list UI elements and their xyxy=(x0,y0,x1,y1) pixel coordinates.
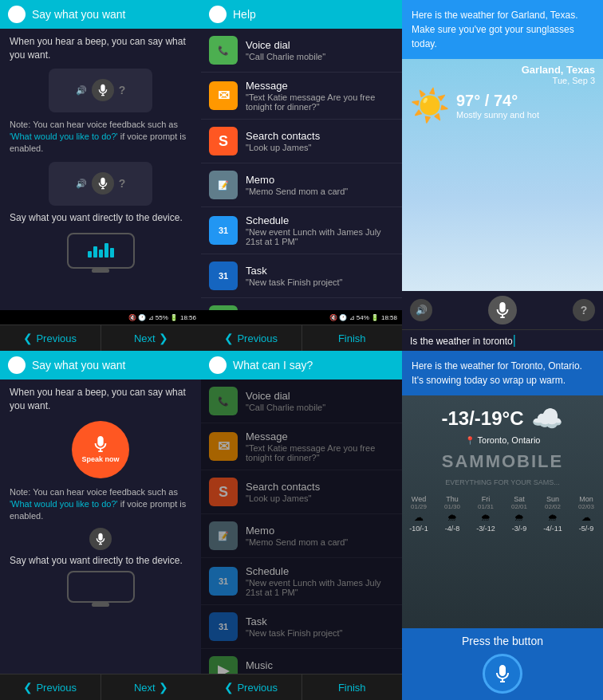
help-item-text-1: Message "Text Katie message Are you free… xyxy=(246,80,394,112)
panel-help-top-center: Help 📞 Voice dial "Call Charlie mobile" … xyxy=(201,0,402,351)
weather-main-p3: ☀️ 97° / 74° Mostly sunny and hot xyxy=(402,87,603,128)
help-list-p5: 📞 Voice dial "Call Charlie mobile" ✉ Mes… xyxy=(201,379,402,674)
prev-button-p5[interactable]: ❮ Previous xyxy=(201,674,302,700)
sammobile-tagline-text: EVERYTHING FOR YOUR SAMS... xyxy=(445,478,560,486)
help-item-3[interactable]: 📝 Memo "Memo Send mom a card" xyxy=(201,163,402,207)
help-item-text-3: Memo "Memo Send mom a card" xyxy=(246,174,348,196)
sammobile-text: SAMMOBILE xyxy=(442,451,563,471)
panel4-body3: Say what you want directly to the device… xyxy=(10,555,191,566)
status-time-p1: 18:56 xyxy=(180,314,196,321)
phone-device-p4 xyxy=(10,571,191,603)
next-label-p4: Next xyxy=(134,682,156,694)
weather-card-p3: Garland, Texas Tue, Sep 3 ☀️ 97° / 74° M… xyxy=(402,59,603,291)
chevron-left-p4: ❮ xyxy=(23,681,33,694)
finish-button-p2[interactable]: Finish xyxy=(302,325,403,351)
phone-device xyxy=(10,230,191,272)
panel-weather-toronto: Here is the weather for Toronto, Ontario… xyxy=(402,351,603,700)
help-item-title-3: Memo xyxy=(246,174,348,186)
winter-days-p6: Wed 01/29 ☁ -10/-1 Thu 01/30 🌧 -4/-8 Fri… xyxy=(402,493,603,535)
nav-bar-p4: ❮ Previous Next ❯ xyxy=(0,674,201,700)
finish-label-p5: Finish xyxy=(338,682,366,694)
help-item-subtitle-2: "Look up James" xyxy=(246,143,320,152)
loading-overlay-p5 xyxy=(201,379,402,674)
mic-toggle-p4 xyxy=(10,528,191,550)
help-item-text-0: Voice dial "Call Charlie mobile" xyxy=(246,39,325,61)
weather-temp-p3: 97° / 74° xyxy=(456,92,539,110)
status-time-p2: 18:58 xyxy=(381,314,397,321)
winter-day-3: Sat 02/01 🌧 -3/-9 xyxy=(503,493,536,535)
status-bar-p2: 🔇 🕐 ⊿ 54% 🔋 18:58 xyxy=(201,310,402,324)
help-item-title-5: Task xyxy=(246,265,343,277)
mic-btn-p3[interactable] xyxy=(488,296,517,324)
help-item-1[interactable]: ✉ Message "Text Katie message Are you fr… xyxy=(201,73,402,120)
weather-text-p3: Here is the weather for Garland, Texas. … xyxy=(412,8,593,51)
help-icon-5: 31 xyxy=(209,262,238,290)
prev-label-p2: Previous xyxy=(237,332,278,344)
prev-label-p4: Previous xyxy=(36,682,77,694)
mic-icon-header-p2 xyxy=(209,6,227,23)
help-icon-0: 📞 xyxy=(209,36,238,65)
help-item-subtitle-5: "New task Finish project" xyxy=(246,277,343,287)
panel2-header: Help xyxy=(201,0,402,29)
nav-bar-p2: ❮ Previous Finish xyxy=(201,324,402,351)
prev-button-p2[interactable]: ❮ Previous xyxy=(201,325,302,351)
weather-message-p6: Here is the weather for Toronto, Ontario… xyxy=(402,351,603,395)
panel2-title: Help xyxy=(233,8,256,21)
finish-button-p5[interactable]: Finish xyxy=(302,674,403,700)
panel1-body1: When you hear a beep, you can say what y… xyxy=(10,35,191,62)
location-pin-p6: 📍 xyxy=(465,436,475,445)
help-icon-4: 31 xyxy=(209,216,238,245)
help-item-2[interactable]: S Search contacts "Look up James" xyxy=(201,120,402,163)
chevron-right-p4: ❯ xyxy=(159,681,168,694)
weather-message-p3: Here is the weather for Garland, Texas. … xyxy=(402,0,603,59)
panel-weather-garland: Here is the weather for Garland, Texas. … xyxy=(402,0,603,351)
help-item-subtitle-4: "New event Lunch with James July 21st at… xyxy=(246,227,394,246)
weather-date-p3: Tue, Sep 3 xyxy=(522,76,595,85)
panel5-title: What can I say? xyxy=(233,359,313,372)
winter-day-1: Thu 01/30 🌧 -4/-8 xyxy=(436,493,469,535)
nav-bar-p1: ❮ Previous Next ❯ xyxy=(0,324,201,351)
help-item-subtitle-0: "Call Charlie mobile" xyxy=(246,52,325,61)
help-item-6[interactable]: ▶ Music "Play playlist my favorites" xyxy=(201,298,402,310)
status-icons-p1: 🔇 🕐 ⊿ 55% 🔋 xyxy=(128,314,178,321)
help-item-0[interactable]: 📞 Voice dial "Call Charlie mobile" xyxy=(201,29,402,73)
mic-icon-header-p5 xyxy=(209,356,227,374)
help-item-4[interactable]: 31 Schedule "New event Lunch with James … xyxy=(201,207,402,254)
help-icon-3: 📝 xyxy=(209,171,238,199)
nav-bar-p5: ❮ Previous Finish xyxy=(201,674,402,700)
help-item-title-2: Search contacts xyxy=(246,130,320,142)
weather-controls-p3: 🔊 ? xyxy=(402,291,603,329)
chevron-left-p2: ❮ xyxy=(224,332,234,344)
help-icon-2: S xyxy=(209,127,238,155)
status-bar-p1: 🔇 🕐 ⊿ 55% 🔋 18:56 xyxy=(0,310,201,324)
winter-day-2: Fri 01/31 🌧 -3/-12 xyxy=(469,493,503,535)
prev-button-p1[interactable]: ❮ Previous xyxy=(0,325,101,351)
query-text-p3: Is the weather in toronto xyxy=(410,336,513,347)
press-btn-text: Press the button xyxy=(462,635,543,647)
prev-button-p4[interactable]: ❮ Previous xyxy=(0,674,101,700)
next-button-p1[interactable]: Next ❯ xyxy=(101,325,202,351)
weather-temp-area-p3: 97° / 74° Mostly sunny and hot xyxy=(456,92,539,120)
speak-now-btn[interactable]: Speak now xyxy=(10,421,191,478)
question-btn-p3[interactable]: ? xyxy=(573,299,595,321)
help-item-5[interactable]: 31 Task "New task Finish project" xyxy=(201,254,402,298)
sammobile-tagline: EVERYTHING FOR YOUR SAMS... xyxy=(402,474,603,493)
device-wave-top: 🔊 ? xyxy=(10,69,191,112)
winter-location-p6: Toronto, Ontario xyxy=(478,435,541,445)
weather-card-p6: -13/-19°C ☁️ 📍 Toronto, Ontario SAMMOBIL… xyxy=(402,395,603,628)
help-item-title-0: Voice dial xyxy=(246,39,325,51)
panel1-title: Say what you want xyxy=(32,8,126,21)
panel-say-what-bottom-left: Say what you want When you hear a beep, … xyxy=(0,351,201,700)
panel-say-what-top-left: Say what you want When you hear a beep, … xyxy=(0,0,201,351)
help-item-text-2: Search contacts "Look up James" xyxy=(246,130,320,152)
help-list-p2: 📞 Voice dial "Call Charlie mobile" ✉ Mes… xyxy=(201,29,402,310)
panel4-highlight: 'What would you like to do?' xyxy=(10,499,118,509)
next-button-p4[interactable]: Next ❯ xyxy=(101,674,202,700)
panel4-note: Note: You can hear voice feedback such a… xyxy=(10,486,191,523)
sound-btn-p3[interactable]: 🔊 xyxy=(410,299,432,321)
panel1-highlight: 'What would you like to do?' xyxy=(10,132,118,141)
winter-temp-area: -13/-19°C ☁️ 📍 Toronto, Ontario xyxy=(402,395,603,445)
query-bar-p3: Is the weather in toronto| xyxy=(402,329,603,351)
big-mic-btn[interactable] xyxy=(483,654,522,694)
mic-icon-header xyxy=(8,6,26,23)
